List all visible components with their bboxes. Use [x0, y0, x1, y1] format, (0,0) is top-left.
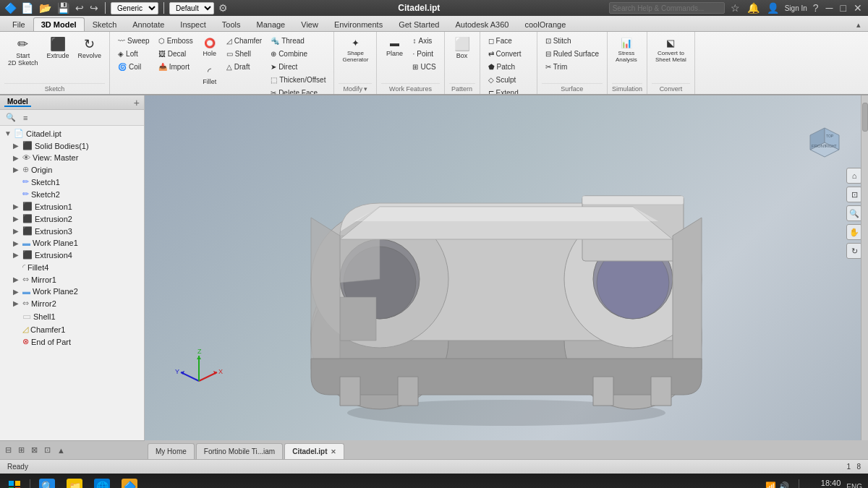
convert-sheet-metal-button[interactable]: ⬕ Convert toSheet Metal — [652, 35, 690, 66]
tree-item-citadel[interactable]: ▼ 📄 Citadel.ipt — [0, 127, 144, 140]
tab-manage[interactable]: Manage — [248, 17, 293, 31]
loft-button[interactable]: ◈ Loft — [114, 48, 153, 60]
tree-item-end-of-part[interactable]: ⊗ End of Part — [0, 335, 144, 348]
network-tray-icon[interactable]: 📶 — [765, 481, 776, 488]
tree-item-workplane1[interactable]: ▶ ▬ Work Plane1 — [0, 237, 144, 249]
tab-inspect[interactable]: Inspect — [172, 17, 213, 31]
tree-item-sketch2[interactable]: ✏ Sketch2 — [0, 188, 144, 200]
tree-item-chamfer1[interactable]: ◿ Chamfer1 — [0, 323, 144, 335]
sweep-button[interactable]: 〰 Sweep — [114, 35, 153, 47]
tree-item-origin[interactable]: ▶ ⊕ Origin — [0, 163, 144, 176]
ucs-button[interactable]: ⊞ UCS — [409, 61, 439, 73]
delete-face-button[interactable]: ✂ Delete Face — [267, 87, 329, 95]
taskbar-search-button[interactable]: 🔍 — [34, 476, 60, 488]
tab-citadel[interactable]: Citadel.ipt ✕ — [284, 443, 344, 459]
add-tab-button[interactable]: + — [134, 97, 140, 108]
start-2d-sketch-button[interactable]: ✏ Start2D Sketch — [4, 35, 42, 69]
tree-item-sketch1[interactable]: ✏ Sketch1 — [0, 176, 144, 188]
box-pattern-button[interactable]: ⬜ Box — [449, 35, 475, 62]
tab-tools[interactable]: Tools — [214, 17, 249, 31]
tree-item-view[interactable]: ▶ 👁 View: Master — [0, 152, 144, 163]
volume-tray-icon[interactable]: 🔊 — [778, 481, 789, 488]
tab-close-icon[interactable]: ✕ — [331, 448, 336, 455]
fillet-button[interactable]: ◜ Fillet — [198, 63, 221, 85]
stress-analysis-button[interactable]: 📊 StressAnalysis — [612, 35, 641, 66]
axis-button[interactable]: ↕ Axis — [409, 35, 439, 47]
tree-item-mirror1[interactable]: ▶ ⇔ Mirror1 — [0, 273, 144, 286]
taskbar-edge-button[interactable]: 🌐 — [89, 476, 115, 488]
scheme-dropdown[interactable]: Default — [169, 2, 214, 14]
ruled-surface-button[interactable]: ⊟ Ruled Surface — [542, 48, 603, 60]
tree-item-mirror2[interactable]: ▶ ⇔ Mirror2 — [0, 297, 144, 309]
extend-button[interactable]: ⊏ Extend — [485, 87, 525, 95]
zoom-extents-button[interactable]: ⊡ — [846, 187, 862, 202]
thread-button[interactable]: 🔩 Thread — [267, 35, 329, 47]
view-cube[interactable]: FRONT TOP RIGHT — [803, 117, 846, 160]
direct-button[interactable]: ➤ Direct — [267, 61, 329, 73]
emboss-button[interactable]: ⬡ Emboss — [155, 35, 197, 47]
help-icon[interactable]: ? — [812, 2, 820, 14]
sign-in-btn[interactable]: Sign In — [785, 4, 807, 12]
plane-button[interactable]: ▬ Plane — [381, 35, 407, 60]
tree-settings-icon[interactable]: ≡ — [20, 112, 30, 124]
tab-view[interactable]: View — [293, 17, 326, 31]
tree-item-solid-bodies[interactable]: ▶ ⬛ Solid Bodies(1) — [0, 140, 144, 152]
tab-a360[interactable]: Autodesk A360 — [447, 17, 516, 31]
workspace-dropdown[interactable]: Generic — [111, 2, 158, 14]
tab-environments[interactable]: Environments — [326, 17, 391, 31]
maximize-button[interactable]: □ — [839, 2, 848, 14]
tab-split-icon[interactable]: ⊡ — [42, 444, 53, 456]
save-button[interactable]: 💾 — [56, 2, 71, 14]
search-input[interactable] — [609, 2, 725, 14]
tree-item-workplane2[interactable]: ▶ ▬ Work Plane2 — [0, 286, 144, 297]
notification-icon[interactable]: 🔔 — [746, 2, 761, 14]
face-button[interactable]: ◻ Face — [485, 35, 525, 47]
tree-item-extrusion4[interactable]: ▶ ⬛ Extrusion4 — [0, 249, 144, 261]
tab-columns-icon[interactable]: ⊠ — [29, 444, 40, 456]
point-button[interactable]: · Point — [409, 48, 439, 60]
hole-button[interactable]: ⭕ Hole — [198, 35, 221, 62]
new-button[interactable]: 📄 — [20, 2, 35, 14]
tree-item-extrusion1[interactable]: ▶ ⬛ Extrusion1 — [0, 200, 144, 213]
minimize-button[interactable]: ─ — [825, 2, 835, 14]
tab-sketch[interactable]: Sketch — [85, 17, 125, 31]
sculpt-button[interactable]: ◇ Sculpt — [485, 74, 525, 86]
draft-button[interactable]: △ Draft — [223, 61, 265, 73]
import-button[interactable]: 📥 Import — [155, 61, 197, 73]
tree-item-shell1[interactable]: ▭ Shell1 — [0, 309, 144, 323]
vertical-scrollbar[interactable] — [861, 95, 868, 440]
expand-ribbon-icon[interactable]: ▴ — [854, 19, 864, 31]
revolve-button[interactable]: ↻ Revolve — [75, 35, 106, 62]
tab-fortino[interactable]: Fortino Mobile Ti...iam — [196, 443, 283, 459]
convert-freeform-button[interactable]: ⇄ Convert — [485, 48, 525, 60]
tab-file[interactable]: File — [4, 17, 33, 31]
scrollbar-thumb[interactable] — [862, 103, 868, 132]
tab-expand-icon[interactable]: ▲ — [55, 445, 67, 456]
zoom-button[interactable]: 🔍 — [846, 205, 862, 221]
orbit-button[interactable]: ↻ — [846, 243, 862, 259]
undo-button[interactable]: ↩ — [74, 2, 85, 14]
taskbar-inventor-button[interactable]: 🔷 — [116, 476, 142, 488]
tab-my-home[interactable]: My Home — [148, 443, 195, 459]
thicken-button[interactable]: ⬚ Thicken/Offset — [267, 74, 329, 86]
sidebar-tab-model[interactable]: Model — [4, 98, 31, 107]
taskbar-file-explorer-button[interactable]: 📁 — [61, 476, 88, 488]
start-button[interactable] — [3, 476, 26, 488]
search-tree-icon[interactable]: 🔍 — [3, 111, 19, 124]
combine-button[interactable]: ⊕ Combine — [267, 48, 329, 60]
redo-button[interactable]: ↪ — [88, 2, 100, 14]
user-icon[interactable]: 👤 — [765, 2, 780, 14]
coil-button[interactable]: 🌀 Coil — [114, 61, 153, 73]
clock-area[interactable]: 18:40 21.04.2018 — [804, 479, 841, 489]
shape-generator-button[interactable]: ✦ ShapeGenerator — [339, 35, 372, 66]
extrude-button[interactable]: ⬛ Extrude — [43, 35, 73, 62]
tab-coolorange[interactable]: coolOrange — [516, 17, 574, 31]
tree-item-fillet4[interactable]: ◜ Fillet4 — [0, 261, 144, 273]
pan-button[interactable]: ✋ — [846, 224, 862, 240]
tree-item-extrusion2[interactable]: ▶ ⬛ Extrusion2 — [0, 213, 144, 225]
trim-button[interactable]: ✂ Trim — [542, 61, 603, 73]
shell-button[interactable]: ▭ Shell — [223, 48, 265, 60]
decal-button[interactable]: 🖼 Decal — [155, 48, 197, 60]
settings-icon[interactable]: ⚙ — [217, 2, 229, 14]
open-button[interactable]: 📂 — [38, 2, 53, 14]
